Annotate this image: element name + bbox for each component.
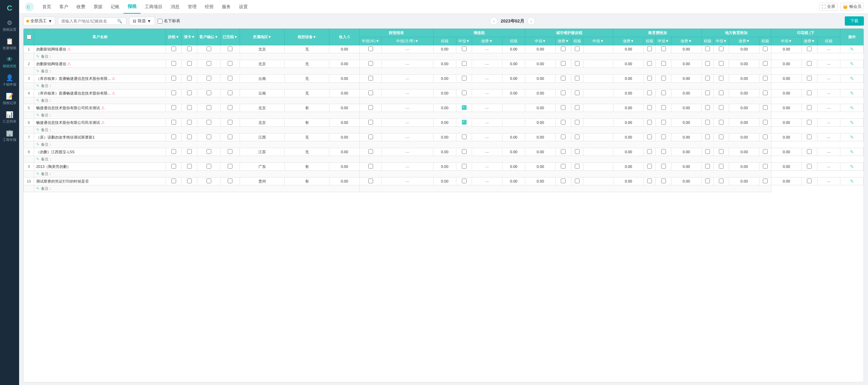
edit-icon[interactable]: ✎ [850, 120, 854, 125]
next-month-btn[interactable]: › [527, 17, 535, 25]
sidebar-item-baoshui-liulan[interactable]: 👁 报税浏览 [0, 53, 19, 71]
nav-item-message[interactable]: 消息 [167, 0, 184, 14]
toolbar: 全部员工 ▼ 🔍 ⊟ 筛选 ▼ 名下标表 ‹ 2023年02月 › [23, 16, 864, 26]
edit-icon[interactable]: ✎ [850, 164, 854, 169]
pencil-icon[interactable]: ✎ [36, 84, 39, 88]
row-number: 1 [24, 45, 34, 53]
mingxia-checkbox[interactable] [158, 19, 162, 24]
df-tax-cell [713, 119, 729, 127]
checkbox-label[interactable]: 名下标表 [158, 18, 180, 24]
pencil-icon[interactable]: ✎ [36, 186, 39, 190]
df-jfee2-cell [759, 75, 771, 83]
cs-tax-cell: 0.00 [525, 60, 556, 68]
df-tax-cell [713, 45, 729, 53]
yh-shenb-cell [801, 177, 817, 185]
confirm-cell [197, 45, 220, 53]
device-cell: 无 [285, 45, 329, 53]
sidebar-item-baoshui-jilu[interactable]: 📝 报税记录 [0, 90, 19, 108]
edit-icon[interactable]: ✎ [850, 46, 854, 52]
caiwu-year-cell [360, 177, 382, 185]
df-jfee-cell [701, 177, 713, 185]
pencil-icon[interactable]: ✎ [36, 157, 39, 161]
nav-item-tax[interactable]: 报税 [124, 0, 141, 14]
edit-icon[interactable]: ✎ [850, 105, 854, 111]
sidebar-item-label: 个税申报 [3, 82, 16, 87]
warn-icon[interactable]: ⚠ [112, 76, 115, 81]
sub-jy-jfee2: 缴费▼ [671, 37, 701, 45]
prev-month-btn[interactable]: ‹ [490, 17, 498, 25]
zz-jfee-cell: — [472, 75, 502, 83]
cs-jfee-cell [571, 119, 583, 127]
employee-filter[interactable]: 全部员工 ▼ [23, 17, 55, 25]
pencil-icon[interactable]: ✎ [36, 142, 39, 146]
edit-icon[interactable]: ✎ [850, 149, 854, 155]
chevron-down-icon: ▼ [48, 19, 52, 24]
edit-icon[interactable]: ✎ [850, 179, 854, 184]
nav-item-manage[interactable]: 管理 [184, 0, 201, 14]
qingka-cell [182, 119, 197, 127]
nav-item-operation[interactable]: 经营 [201, 0, 218, 14]
nav-item-bookkeeping[interactable]: 记账 [106, 0, 124, 14]
op-cell: ✎ [840, 163, 864, 171]
jy-tax-cell [656, 163, 671, 171]
edit-icon[interactable]: ✎ [850, 134, 854, 140]
nav-item-invoice[interactable]: 票据 [89, 0, 106, 14]
note-cell: ✎ 备注： [34, 112, 360, 119]
sidebar-item-huizong[interactable]: 📊 汇总明表 [0, 108, 19, 127]
sidebar-item-gongnian[interactable]: 🏢 工商年报 [0, 127, 19, 145]
pencil-icon[interactable]: ✎ [36, 69, 39, 73]
nav-item-settings[interactable]: 设置 [235, 0, 252, 14]
pencil-icon[interactable]: ✎ [36, 98, 39, 102]
income-cell: 0.00 [329, 60, 360, 68]
fullscreen-btn[interactable]: ⛶ 全屏 [819, 3, 838, 11]
zz-tax2-cell: 0.00 [502, 89, 525, 97]
member-btn[interactable]: 👑 畅会员 [840, 3, 864, 11]
note-row: ✎ 备注： [24, 68, 864, 75]
nav-item-home[interactable]: 首页 [38, 0, 55, 14]
cs-shenb-cell [555, 133, 571, 141]
search-input[interactable] [61, 19, 116, 24]
note-filler [360, 156, 771, 163]
sidebar-logo: C [0, 0, 19, 16]
nav-item-service[interactable]: 服务 [218, 0, 235, 14]
select-all-checkbox[interactable] [27, 34, 31, 39]
col-op: 操作 [840, 29, 864, 45]
warn-icon[interactable]: ⚠ [101, 105, 105, 110]
income-cell: 0.00 [329, 45, 360, 53]
nav-item-customer[interactable]: 客户 [55, 0, 72, 14]
sidebar-item-piliang-baoshui[interactable]: 📋 批量报税 [0, 35, 19, 53]
main-table-container[interactable]: 客户名称 抄税▼ 清卡▼ 客户确认▼ 已完税▼ 所属地区▼ 税控设备▼ 收入 C… [23, 28, 864, 382]
download-button[interactable]: 下载 [845, 16, 864, 26]
cs-jfee-cell [571, 177, 583, 185]
pencil-icon[interactable]: ✎ [36, 113, 39, 117]
sidebar-item-gesui[interactable]: 👤 个税申报 [0, 71, 19, 90]
warn-icon[interactable]: ⚠ [101, 120, 105, 125]
region-cell: 北京 [240, 45, 284, 53]
edit-icon[interactable]: ✎ [850, 90, 854, 96]
cs-shenb-cell [555, 60, 571, 68]
df-shenb-cell: 0.00 [729, 148, 759, 156]
caiwu-year-cell [360, 163, 382, 171]
warn-icon[interactable]: ⚠ [112, 91, 115, 96]
col-group-difang: 地方教育附加 [701, 29, 771, 37]
row-number: 2 [24, 60, 34, 68]
edit-icon[interactable]: ✎ [850, 76, 854, 81]
qingka-cell [182, 148, 197, 156]
fullscreen-icon: ⛶ [822, 4, 826, 9]
yh-shenb-cell [801, 75, 817, 83]
sub-df-tax: 税额 [701, 37, 713, 45]
pencil-icon[interactable]: ✎ [36, 54, 39, 58]
op-cell: ✎ [840, 177, 864, 185]
nav-item-business[interactable]: 工商项目 [141, 0, 167, 14]
edit-icon[interactable]: ✎ [850, 61, 854, 67]
note-cell: ✎ 备注： [34, 171, 360, 177]
pencil-icon[interactable]: ✎ [36, 128, 39, 132]
warn-icon[interactable]: ⚠ [67, 61, 71, 66]
warn-icon[interactable]: ⚠ [67, 47, 71, 52]
pencil-icon[interactable]: ✎ [36, 172, 39, 176]
row-number: 9 [24, 163, 34, 171]
col-chaoshui: 抄税▼ [166, 29, 182, 45]
nav-item-charge[interactable]: 收费 [72, 0, 89, 14]
filter-button[interactable]: ⊟ 筛选 ▼ [129, 17, 155, 25]
sidebar-item-baoshui-shezhi[interactable]: ⚙ 报税设置 [0, 16, 19, 35]
